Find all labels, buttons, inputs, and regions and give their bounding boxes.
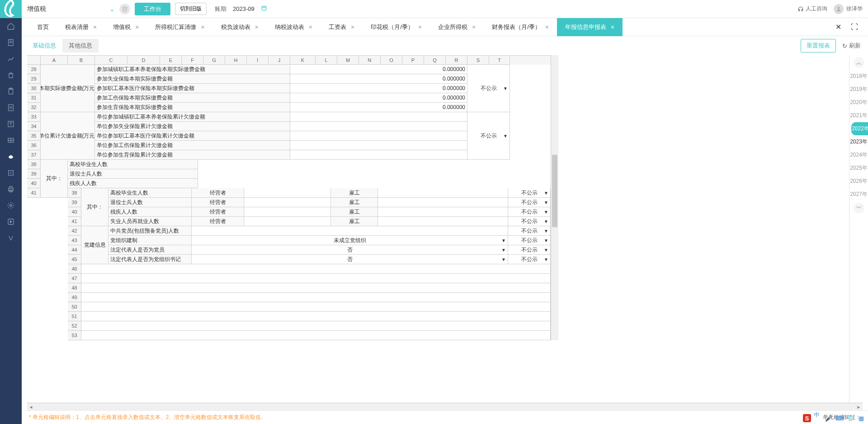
year-item[interactable]: 2023年 — [849, 135, 868, 148]
tab-item[interactable]: 印花税（月/季）× — [363, 18, 430, 36]
scroll-left-icon[interactable]: ◄ — [27, 403, 35, 410]
tray-grid-icon[interactable]: ▦ — [857, 414, 865, 422]
workbench-button[interactable]: 工作台 — [135, 3, 170, 15]
svg-rect-3 — [9, 105, 14, 111]
reset-button[interactable]: 重置报表 — [801, 39, 836, 52]
tab-item[interactable]: 工资表× — [321, 18, 363, 36]
tab-close-icon[interactable]: × — [309, 18, 312, 36]
subtab-other[interactable]: 其他信息 — [62, 39, 99, 52]
tab-close-icon[interactable]: × — [201, 18, 204, 36]
nav-print-icon[interactable] — [0, 181, 22, 197]
tab-item[interactable]: 年报信息申报表× — [557, 18, 623, 36]
dropdown-label: 增值税 — [27, 5, 46, 13]
tab-item[interactable]: 企业所得税× — [430, 18, 484, 36]
tax-type-dropdown[interactable]: 增值税 ⌄ — [27, 5, 115, 13]
calendar-icon[interactable] — [261, 5, 267, 13]
nav-box-icon[interactable] — [0, 165, 22, 181]
tab-close-icon[interactable]: × — [545, 18, 549, 36]
tab-close-icon[interactable]: × — [611, 18, 614, 36]
subtab-basic[interactable]: 基础信息 — [26, 39, 62, 52]
year-item[interactable]: 2024年 — [849, 148, 868, 162]
nav-chart-icon[interactable] — [0, 51, 22, 67]
tab-close-icon[interactable]: × — [255, 18, 259, 36]
year-item[interactable]: 2020年 — [849, 96, 868, 109]
app-logo[interactable] — [0, 0, 22, 18]
nav-active-icon[interactable] — [0, 148, 22, 165]
avatar-icon — [834, 4, 844, 14]
tab-close-icon[interactable]: × — [472, 18, 476, 36]
tab-item[interactable]: 首页 — [29, 18, 57, 36]
year-panel: ︽ 2018年2019年2020年2021年2022年2023年2024年202… — [849, 55, 868, 403]
tab-item[interactable]: 税表清册× — [57, 18, 105, 36]
tray-ime-icon[interactable]: 中 , — [814, 414, 822, 422]
tab-item[interactable]: 增值税× — [105, 18, 147, 36]
horizontal-scrollbar[interactable]: ◄ ► — [27, 403, 863, 410]
period-label: 账期 — [215, 5, 226, 13]
headset-icon — [797, 6, 804, 12]
year-item[interactable]: 2022年 — [851, 122, 868, 135]
year-item[interactable]: 2025年 — [849, 162, 868, 175]
tray-shirt-icon[interactable]: 👕 — [846, 414, 854, 422]
svg-rect-8 — [9, 186, 12, 188]
help-link[interactable]: 人工咨询 — [797, 5, 827, 13]
tab-item[interactable]: 财务报表（月/季）× — [484, 18, 557, 36]
nav-calc-icon[interactable] — [0, 100, 22, 116]
switch-old-button[interactable]: 切到旧版 — [175, 3, 207, 15]
nav-v-icon[interactable] — [0, 230, 22, 246]
year-up-icon[interactable]: ︽ — [854, 57, 864, 68]
nav-bag-icon[interactable] — [0, 67, 22, 83]
refresh-button[interactable]: ↻ 刷新 — [842, 42, 861, 50]
nav-gear-icon[interactable] — [0, 197, 22, 214]
tab-close-icon[interactable]: × — [351, 18, 354, 36]
tab-item[interactable]: 所得税汇算清缴× — [147, 18, 212, 36]
nav-grid-icon[interactable] — [0, 132, 22, 148]
round-icon[interactable] — [119, 4, 130, 14]
tab-close-icon[interactable]: × — [93, 18, 97, 36]
refresh-icon: ↻ — [842, 43, 847, 49]
sub-bar: 基础信息 其他信息 重置报表 ↻ 刷新 — [22, 36, 868, 55]
vertical-scrollbar[interactable] — [551, 55, 558, 340]
system-tray: S 中 , 🎤 ⌨ 👕 ▦ — [803, 414, 865, 422]
left-sidebar — [0, 0, 22, 424]
tab-item[interactable]: 纳税波动表× — [267, 18, 321, 36]
chevron-down-icon: ⌄ — [109, 5, 115, 13]
expand-icon[interactable]: ⛶ — [848, 21, 861, 33]
svg-rect-13 — [262, 6, 266, 10]
nav-doc-icon[interactable] — [0, 34, 22, 51]
period-value[interactable]: 2023-09 — [233, 5, 255, 12]
tray-s-icon[interactable]: S — [803, 414, 811, 422]
tab-item[interactable]: 税负波动表× — [213, 18, 267, 36]
year-item[interactable]: 2026年 — [849, 175, 868, 188]
nav-clipboard-icon[interactable] — [0, 83, 22, 100]
footer-hint: * 单元格编辑说明：1、点击单元格直接录入数值或文本。2、清空单元格数值或文本恢… — [29, 414, 266, 421]
year-item[interactable]: 2018年 — [849, 70, 868, 83]
scroll-right-icon[interactable]: ► — [855, 403, 863, 410]
nav-play-icon[interactable] — [0, 214, 22, 230]
nav-home-icon[interactable] — [0, 18, 22, 34]
tray-kbd-icon[interactable]: ⌨ — [835, 414, 844, 422]
tab-close-icon[interactable]: × — [135, 18, 139, 36]
svg-point-10 — [10, 205, 12, 207]
year-item[interactable]: 2027年 — [849, 188, 868, 201]
top-header: 增值税 ⌄ 工作台 切到旧版 账期 2023-09 人工咨询 徐泽华 — [22, 0, 868, 18]
user-menu[interactable]: 徐泽华 — [834, 4, 863, 14]
tab-close-icon[interactable]: × — [418, 18, 422, 36]
svg-point-14 — [838, 7, 840, 9]
spreadsheet[interactable]: ABCDEFGHIJKLMNOPQRST 2829303132 本期实际缴费金额… — [27, 55, 551, 340]
year-item[interactable]: 2019年 — [849, 83, 868, 96]
year-item[interactable]: 2021年 — [849, 109, 868, 122]
footer-bar: * 单元格编辑说明：1、点击单元格直接录入数值或文本。2、清空单元格数值或文本恢… — [22, 410, 868, 424]
tray-mic-icon[interactable]: 🎤 — [825, 414, 833, 422]
tabs-bar: 首页税表清册×增值税×所得税汇算清缴×税负波动表×纳税波动表×工资表×印花税（月… — [22, 18, 868, 36]
nav-text-icon[interactable] — [0, 116, 22, 132]
year-down-icon[interactable]: ︾ — [854, 203, 864, 214]
close-all-icon[interactable]: ✕ — [832, 21, 844, 33]
